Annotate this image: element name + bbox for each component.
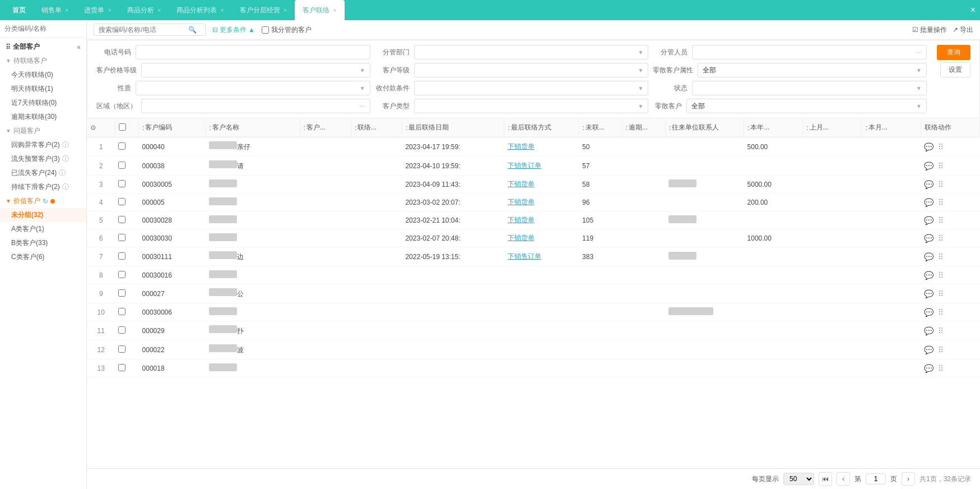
sidebar-item-abnormal-repurchase[interactable]: 回购异常客户(2) ⓘ: [0, 138, 86, 152]
sidebar-search-input[interactable]: [4, 25, 87, 33]
method-link[interactable]: 下销货单: [508, 142, 535, 150]
all-customers-header[interactable]: ⠿ 全部客户 «: [0, 38, 86, 54]
reset-button[interactable]: 设置: [940, 62, 970, 77]
price-level-select[interactable]: ▼: [141, 63, 370, 77]
customer-type-select[interactable]: ▼: [414, 99, 649, 113]
row-checkbox-cell[interactable]: [115, 303, 138, 321]
grid-action-icon[interactable]: ⠿: [938, 216, 944, 225]
row-action-cell[interactable]: 💬⠿: [921, 340, 979, 359]
chat-icon[interactable]: 💬: [924, 364, 933, 373]
chat-icon[interactable]: 💬: [924, 198, 933, 207]
row-action-cell[interactable]: 💬⠿: [921, 321, 979, 340]
chat-icon[interactable]: 💬: [924, 162, 933, 170]
row-checkbox[interactable]: [118, 180, 126, 187]
row-last-method[interactable]: [504, 284, 579, 303]
grid-action-icon[interactable]: ⠿: [938, 308, 944, 317]
close-sales-tab[interactable]: ×: [65, 7, 68, 13]
sidebar-item-churned[interactable]: 已流失客户(24) ⓘ: [0, 166, 86, 180]
row-checkbox[interactable]: [118, 252, 126, 260]
grid-action-icon[interactable]: ⠿: [938, 180, 944, 189]
row-checkbox-cell[interactable]: [115, 266, 138, 284]
select-all-header[interactable]: [115, 118, 138, 137]
sidebar-collapse-icon[interactable]: «: [77, 43, 81, 51]
close-product-analysis-tab[interactable]: ×: [157, 7, 161, 13]
grid-action-icon[interactable]: ⠿: [938, 252, 944, 261]
grid-action-icon[interactable]: ⠿: [938, 142, 944, 151]
row-action-cell[interactable]: 💬⠿: [921, 211, 979, 229]
row-checkbox-cell[interactable]: [115, 247, 138, 266]
row-last-method[interactable]: 下销货单: [504, 137, 579, 156]
sidebar-item-churn-warning[interactable]: 流失预警客户(3) ⓘ: [0, 152, 86, 166]
row-last-method[interactable]: [504, 321, 579, 340]
value-customer-group[interactable]: ▼ 价值客户 ↻: [0, 194, 86, 208]
row-checkbox[interactable]: [118, 142, 126, 150]
sidebar-search-box[interactable]: 🔍: [0, 20, 86, 38]
page-number-input[interactable]: [866, 473, 886, 485]
search-input[interactable]: [99, 26, 188, 34]
row-last-method[interactable]: [504, 303, 579, 321]
tab-home[interactable]: 首页: [4, 0, 34, 20]
row-action-cell[interactable]: 💬⠿: [921, 266, 979, 284]
row-checkbox[interactable]: [118, 271, 126, 278]
row-checkbox[interactable]: [118, 234, 126, 241]
grid-action-icon[interactable]: ⠿: [938, 234, 944, 243]
method-link[interactable]: 下销售订单: [508, 252, 541, 260]
row-action-cell[interactable]: 💬⠿: [921, 359, 979, 377]
method-link[interactable]: 下销货单: [508, 198, 535, 206]
row-action-cell[interactable]: 💬⠿: [921, 176, 979, 193]
close-product-list-tab[interactable]: ×: [220, 7, 224, 13]
nature-select[interactable]: ▼: [136, 81, 370, 95]
grid-action-icon[interactable]: ⠿: [938, 364, 944, 373]
row-checkbox-cell[interactable]: [115, 176, 138, 193]
method-link[interactable]: 下销货单: [508, 216, 535, 224]
row-checkbox[interactable]: [118, 345, 126, 353]
close-purchase-tab[interactable]: ×: [108, 7, 111, 13]
row-last-method[interactable]: [504, 266, 579, 284]
grid-action-icon[interactable]: ⠿: [938, 345, 944, 354]
row-last-method[interactable]: [504, 359, 579, 377]
sidebar-item-7days-pending[interactable]: 近7天待联络(0): [0, 96, 86, 110]
row-last-method[interactable]: 下销货单: [504, 211, 579, 229]
chat-icon[interactable]: 💬: [924, 289, 933, 298]
query-button[interactable]: 查询: [937, 45, 970, 60]
first-page-btn[interactable]: ⏮: [819, 472, 832, 486]
row-action-cell[interactable]: 💬⠿: [921, 137, 979, 156]
search-icon[interactable]: 🔍: [188, 26, 197, 34]
chat-icon[interactable]: 💬: [924, 271, 933, 280]
method-link[interactable]: 下销售订单: [508, 162, 541, 169]
tab-product-analysis[interactable]: 商品分析 ×: [119, 0, 169, 20]
row-checkbox-cell[interactable]: [115, 229, 138, 247]
tab-product-analysis-list[interactable]: 商品分析列表 ×: [169, 0, 231, 20]
row-checkbox[interactable]: [118, 364, 126, 371]
sidebar-item-tomorrow-pending[interactable]: 明天待联络(1): [0, 82, 86, 96]
phone-input[interactable]: [136, 45, 370, 59]
close-customer-contact-tab[interactable]: ×: [333, 7, 336, 13]
sidebar-item-class-c[interactable]: C类客户(6): [0, 250, 86, 264]
settings-header[interactable]: ⚙: [87, 118, 115, 137]
row-checkbox-cell[interactable]: [115, 193, 138, 211]
close-window-button[interactable]: ×: [970, 5, 976, 15]
sidebar-item-class-a[interactable]: A类客户(1): [0, 222, 86, 236]
grid-action-icon[interactable]: ⠿: [938, 162, 944, 170]
prev-page-btn[interactable]: ‹: [837, 472, 850, 486]
row-action-cell[interactable]: 💬⠿: [921, 303, 979, 321]
my-customers-check[interactable]: [262, 26, 269, 34]
next-page-btn[interactable]: ›: [902, 472, 915, 486]
row-checkbox[interactable]: [118, 326, 126, 334]
row-last-method[interactable]: 下销售订单: [504, 247, 579, 266]
row-last-method[interactable]: 下销货单: [504, 176, 579, 193]
retail-attr-select[interactable]: 全部 ▼: [698, 63, 927, 77]
row-checkbox[interactable]: [118, 308, 126, 315]
tab-customer-contact[interactable]: 客户联络 ×: [295, 0, 344, 20]
row-checkbox-cell[interactable]: [115, 211, 138, 229]
refresh-icon[interactable]: ↻: [43, 197, 48, 205]
sidebar-item-class-b[interactable]: B类客户(33): [0, 236, 86, 250]
grid-action-icon[interactable]: ⠿: [938, 289, 944, 298]
chat-icon[interactable]: 💬: [924, 308, 933, 317]
tab-purchase[interactable]: 进货单 ×: [76, 0, 119, 20]
row-checkbox-cell[interactable]: [115, 137, 138, 156]
row-last-method[interactable]: 下销货单: [504, 193, 579, 211]
row-checkbox-cell[interactable]: [115, 284, 138, 303]
per-page-select[interactable]: 50 100 200: [783, 473, 814, 485]
row-checkbox-cell[interactable]: [115, 321, 138, 340]
